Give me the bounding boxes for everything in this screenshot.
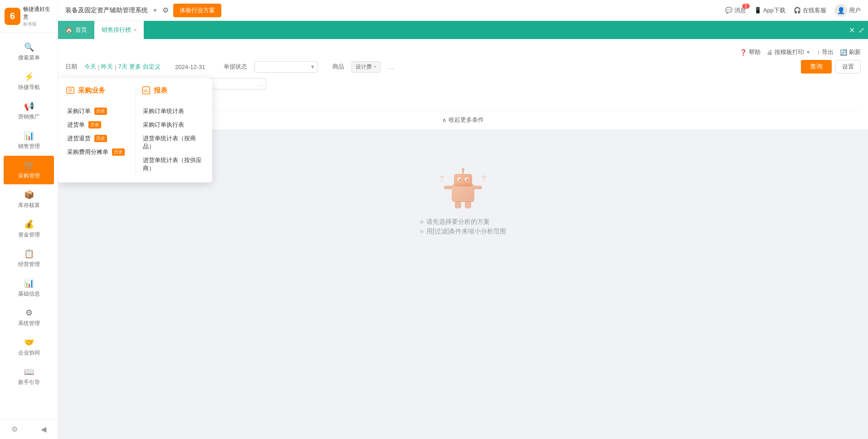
goods-return-label: 进货退货 [67, 134, 91, 143]
dropdown-item-goods-return[interactable]: 进货退货 历史 [65, 132, 130, 145]
solution-button[interactable]: 体验行业方案 [173, 4, 221, 17]
sidebar-item-label-system: 系统管理 [18, 320, 40, 327]
sidebar-item-quick[interactable]: ⚡ 快捷导航 [4, 67, 54, 96]
topbar-settings-icon[interactable]: ⚙ [162, 6, 169, 15]
topbar-arrow-icon[interactable]: ▼ [152, 7, 158, 14]
refresh-label: 刷新 [849, 48, 861, 56]
date-preset-today[interactable]: 今天 [84, 63, 96, 71]
purchase-fee-label: 采购费用分摊单 [67, 148, 108, 156]
dropdown-item-goods-stat-product[interactable]: 进货单统计表（按商品） [141, 132, 205, 153]
dropdown-item-goods-stat-supplier[interactable]: 进货单统计表（按供应商） [141, 153, 205, 175]
sidebar-item-system[interactable]: ⚙ 系统管理 [4, 303, 54, 332]
purchase-order-label: 采购订单 [67, 107, 91, 115]
collapse-button[interactable]: ∧ 收起更多条件 [442, 113, 484, 127]
salesman-select-wrap: … [203, 78, 266, 89]
date-preset-custom[interactable]: 自定义 [143, 63, 161, 71]
sales-nav-icon: 📊 [24, 131, 34, 141]
sidebar-item-basic[interactable]: 📊 基础信息 [4, 274, 54, 302]
sidebar-item-inventory[interactable]: 📦 库存核算 [4, 185, 54, 214]
dropdown-menu: 采购业务 采购订单 历史 进货单 历史 进货退货 历史 [58, 78, 212, 183]
sidebar-item-label-basic: 基础信息 [18, 290, 40, 298]
sidebar-item-purchase[interactable]: 🛒 采购管理 [4, 156, 54, 184]
date-preset-yesterday[interactable]: 昨天 [101, 63, 113, 71]
refresh-button[interactable]: 🔄 刷新 [840, 48, 861, 56]
message-icon: 💬 [725, 7, 732, 14]
logo-badge: 标准版 [23, 21, 53, 27]
doc-status-select-wrap: ▼ [254, 61, 318, 73]
help-button[interactable]: ❓ 帮助 [740, 48, 761, 56]
tab-close-all-icon[interactable]: ✕ [849, 26, 855, 35]
date-preset-more[interactable]: 更多 [129, 63, 141, 71]
print-arrow-icon: ▼ [806, 49, 811, 55]
settings-bottom-icon[interactable]: ⚙ [11, 425, 18, 434]
tab-expand-icon[interactable]: ⤢ [858, 26, 864, 35]
collapse-sidebar-icon[interactable]: ◀ [41, 425, 46, 434]
purchase-col: 采购业务 采购订单 历史 进货单 历史 进货退货 历史 [65, 85, 130, 175]
dropdown-item-purchase-order-stat[interactable]: 采购订单统计表 [141, 104, 205, 118]
settings-button[interactable]: 设置 [835, 60, 861, 74]
quick-nav-icon: ⚡ [24, 72, 34, 82]
sidebar-item-search[interactable]: 🔍 搜索菜单 [4, 38, 54, 66]
print-button[interactable]: 🖨 按模板打印 ▼ [767, 48, 811, 56]
purchase-col-title: 采购业务 [65, 85, 130, 99]
message-badge: 5 [742, 4, 750, 9]
purchase-order-stat-label: 采购订单统计表 [143, 107, 184, 115]
doc-status-label: 单据状态 [224, 63, 247, 71]
goods-tag-close[interactable]: × [374, 64, 376, 69]
user-avatar: 👤 [834, 4, 847, 17]
topbar: 装备及固定资产辅助管理系统 ▼ ⚙ 体验行业方案 💬 消息 5 📱 App下载 … [58, 0, 868, 21]
query-button[interactable]: 查询 [801, 60, 832, 74]
sidebar-item-enterprise[interactable]: 🤝 企业协同 [4, 333, 54, 361]
hint-text-1: 请先选择要分析的方案 [426, 218, 490, 226]
system-title: 装备及固定资产辅助管理系统 [65, 6, 148, 15]
sidebar-item-label-operation: 经营管理 [18, 261, 40, 268]
sidebar-item-operation[interactable]: 📋 经营管理 [4, 244, 54, 273]
report-col-icon [141, 85, 151, 95]
purchase-col-title-text: 采购业务 [78, 86, 105, 95]
hint-text-2: 用[过滤]条件来缩小分析范围 [426, 227, 506, 236]
goods-ellipsis[interactable]: … [388, 63, 394, 70]
svg-text:?: ? [439, 174, 444, 183]
tab-close-icon[interactable]: × [134, 27, 137, 33]
app-download-button[interactable]: 📱 App下载 [754, 6, 785, 15]
dropdown-overlay: 采购业务 采购订单 历史 进货单 历史 进货退货 历史 [58, 78, 212, 183]
sidebar-item-sales[interactable]: 📊 销售管理 [4, 126, 54, 155]
filter-row-1: 日期 今天 | 昨天 | 7天 更多 自定义 2024-12-31 单据状态 [65, 60, 861, 74]
logo-icon: 6 [5, 8, 20, 25]
svg-point-7 [462, 168, 464, 171]
dropdown-item-goods-in[interactable]: 进货单 历史 [65, 118, 130, 132]
sidebar-item-capital[interactable]: 💰 资金管理 [4, 215, 54, 243]
content-area: ❓ 帮助 🖨 按模板打印 ▼ ↑ 导出 🔄 刷新 日 [58, 39, 868, 439]
dropdown-item-purchase-fee[interactable]: 采购费用分摊单 历史 [65, 145, 130, 159]
sidebar-item-label-marketing: 营销推广 [18, 113, 40, 121]
app-download-label: App下载 [763, 6, 785, 15]
online-service-button[interactable]: 🎧 在线客服 [794, 6, 826, 15]
hint-dot-2 [420, 230, 424, 233]
date-preset-7days[interactable]: 7天 [118, 63, 127, 71]
salesman-select[interactable] [203, 78, 266, 89]
dropdown-item-purchase-order[interactable]: 采购订单 历史 [65, 104, 130, 118]
online-service-label: 在线客服 [803, 6, 826, 15]
enterprise-nav-icon: 🤝 [24, 337, 34, 347]
print-label: 按模板打印 [775, 48, 804, 56]
sidebar-item-marketing[interactable]: 📢 营销推广 [4, 97, 54, 125]
purchase-order-history-badge: 历史 [94, 108, 107, 115]
dropdown-item-purchase-order-exec[interactable]: 采购订单执行表 [141, 118, 205, 132]
user-menu[interactable]: 👤 用户 [834, 4, 861, 17]
marketing-nav-icon: 📢 [24, 101, 34, 111]
message-button[interactable]: 💬 消息 5 [725, 6, 746, 15]
doc-status-select[interactable] [254, 61, 318, 73]
svg-rect-10 [455, 201, 461, 208]
sidebar-item-label-guide: 新手引导 [18, 379, 40, 386]
goods-return-history-badge: 历史 [94, 135, 107, 142]
export-button[interactable]: ↑ 导出 [817, 48, 834, 56]
sidebar-item-label-capital: 资金管理 [18, 231, 40, 239]
sidebar-nav: 🔍 搜索菜单 ⚡ 快捷导航 📢 营销推广 📊 销售管理 🛒 采购管理 📦 库存核… [0, 33, 58, 419]
date-control: 今天 | 昨天 | 7天 更多 自定义 [84, 63, 161, 71]
tab-sales-rank[interactable]: 销售排行榜 × [94, 21, 144, 39]
operation-nav-icon: 📋 [24, 249, 34, 259]
sidebar-item-guide[interactable]: 📖 新手引导 [4, 362, 54, 391]
empty-hint-1: 请先选择要分析的方案 [420, 218, 506, 226]
print-icon: 🖨 [767, 49, 773, 56]
tab-home[interactable]: 🏠 首页 [58, 21, 94, 39]
